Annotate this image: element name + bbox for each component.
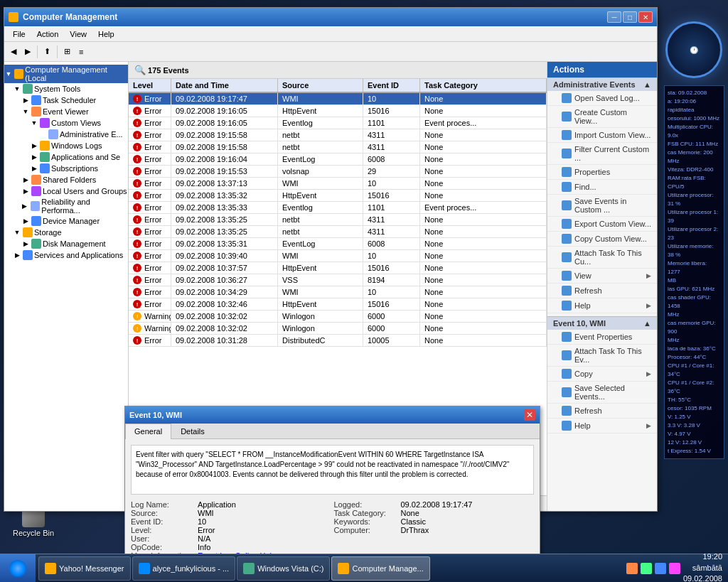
tree-item-15[interactable]: ▶Services and Applications	[4, 249, 128, 261]
tab-details[interactable]: Details	[171, 424, 214, 438]
menu-file[interactable]: File	[7, 28, 31, 40]
show-hide-button[interactable]: ⊞	[60, 44, 74, 60]
tree-label-1: System Tools	[34, 85, 80, 93]
tree-item-14[interactable]: ▶Disk Management	[4, 238, 128, 249]
tree-item-10[interactable]: ▶Local Users and Groups	[4, 185, 128, 197]
action-item-s1-1[interactable]: Create Custom View...	[547, 106, 657, 128]
table-row[interactable]: !Error09.02.2008 10:32:46HttpEvent15016N…	[129, 298, 547, 311]
action-item-s1-5[interactable]: Find...	[547, 180, 657, 195]
action-item-s1-6[interactable]: Save Events in Custom ...	[547, 195, 657, 217]
table-row[interactable]: !Error09.02.2008 19:16:05Eventlog1101Eve…	[129, 117, 547, 129]
table-row[interactable]: !Error09.02.2008 13:35:32HttpEvent15016N…	[129, 190, 547, 202]
action-arrow-s2-2: ▶	[646, 370, 651, 377]
action-item-s1-0[interactable]: Open Saved Log...	[547, 91, 657, 106]
tree-item-8[interactable]: ▶Subscriptions	[4, 163, 128, 174]
tree-item-13[interactable]: ▼Storage	[4, 227, 128, 238]
action-item-s1-8[interactable]: Copy Custom View...	[547, 232, 657, 247]
table-row[interactable]: !Error09.02.2008 10:37:57HttpEvent15016N…	[129, 262, 547, 274]
table-row[interactable]: !Error09.02.2008 19:16:04EventLog6008Non…	[129, 153, 547, 166]
tree-item-4[interactable]: ▼Custom Views	[4, 117, 128, 129]
actions-section-admin[interactable]: Administrative Events ▲	[547, 77, 657, 91]
tree-item-6[interactable]: ▶Windows Logs	[4, 140, 128, 151]
tree-item-11[interactable]: ▶Reliability and Performa...	[4, 197, 128, 215]
action-item-s1-12[interactable]: Help▶	[547, 298, 657, 313]
tree-item-12[interactable]: ▶Device Manager	[4, 215, 128, 227]
table-row[interactable]: !Error09.02.2008 13:35:25netbt4311None	[129, 214, 547, 226]
close-button[interactable]: ✕	[638, 11, 653, 23]
table-row[interactable]: !Error09.02.2008 19:15:58netbt4311None	[129, 141, 547, 153]
taskbar-item-icon-0	[45, 563, 56, 574]
start-button[interactable]	[0, 554, 36, 583]
table-row[interactable]: !Error09.02.2008 10:34:29WMI10None	[129, 286, 547, 298]
cell-source-12: EventLog	[278, 238, 363, 249]
action-item-s2-3[interactable]: Save Selected Events...	[547, 382, 657, 404]
taskbar-item-0[interactable]: Yahoo! Messenger	[38, 556, 131, 581]
table-row[interactable]: !Error09.02.2008 13:35:25netbt4311None	[129, 226, 547, 238]
error-icon-2: !	[133, 119, 141, 127]
properties-button[interactable]: ≡	[75, 44, 87, 60]
table-row[interactable]: !Error09.02.2008 10:31:28DistributedC100…	[129, 335, 547, 347]
clock-face: 🕐	[665, 21, 722, 78]
cell-level-10: !Error	[129, 214, 171, 225]
tree-item-7[interactable]: ▶Applications and Se	[4, 151, 128, 163]
action-item-s1-2[interactable]: Import Custom View...	[547, 128, 657, 143]
maximize-button[interactable]: □	[623, 11, 637, 23]
col-level[interactable]: Level	[129, 79, 171, 92]
table-row[interactable]: !Error09.02.2008 13:35:33Eventlog1101Eve…	[129, 202, 547, 214]
actions-panel: Actions Administrative Events ▲ Open Sav…	[547, 62, 657, 511]
action-item-s2-5[interactable]: Help▶	[547, 419, 657, 433]
col-category[interactable]: Task Category	[420, 79, 547, 92]
tree-item-9[interactable]: ▶Shared Folders	[4, 174, 128, 185]
forward-button[interactable]: ▶	[21, 44, 34, 60]
action-item-s2-0[interactable]: Event Properties	[547, 330, 657, 345]
taskbar-item-2[interactable]: Windows Vista (C:)	[237, 556, 330, 581]
tree-arrow-2: ▶	[21, 97, 30, 104]
cell-category-11: None	[420, 226, 547, 237]
action-item-s1-4[interactable]: Properties	[547, 165, 657, 180]
action-item-s1-9[interactable]: Attach Task To This Cu...	[547, 247, 657, 269]
detail-logged: Logged: 09.02.2008 19:17:47	[334, 500, 535, 509]
table-row[interactable]: !Error09.02.2008 10:36:27VSS8194None	[129, 274, 547, 286]
tree-item-3[interactable]: ▼Event Viewer	[4, 106, 128, 117]
table-row[interactable]: !Error09.02.2008 13:35:31EventLog6008Non…	[129, 238, 547, 250]
tree-item-1[interactable]: ▼System Tools	[4, 83, 128, 95]
action-item-s1-3[interactable]: Filter Current Custom ...	[547, 143, 657, 165]
table-row[interactable]: !Warning09.02.2008 10:32:02Winlogon6000N…	[129, 311, 547, 323]
action-item-s2-1[interactable]: Attach Task To This Ev...	[547, 345, 657, 367]
table-row[interactable]: !Warning09.02.2008 10:32:02Winlogon6000N…	[129, 323, 547, 335]
table-row[interactable]: !Error09.02.2008 10:39:40WMI10None	[129, 250, 547, 262]
tree-item-2[interactable]: ▶Task Scheduler	[4, 95, 128, 106]
menu-action[interactable]: Action	[31, 28, 65, 40]
table-row[interactable]: !Error09.02.2008 19:16:05HttpEvent15016N…	[129, 105, 547, 117]
up-button[interactable]: ⬆	[41, 44, 54, 60]
action-item-s1-10[interactable]: View▶	[547, 269, 657, 284]
menu-help[interactable]: Help	[92, 28, 120, 40]
cell-id-15: 8194	[363, 274, 420, 286]
minimize-button[interactable]: ─	[607, 11, 621, 23]
taskbar-item-3[interactable]: Computer Manage...	[331, 556, 429, 581]
tree-label-7: Applications and Se	[51, 153, 120, 161]
table-row[interactable]: !Error09.02.2008 19:15:58netbt4311None	[129, 129, 547, 141]
cell-datetime-15: 09.02.2008 10:36:27	[171, 274, 278, 286]
taskbar-items: Yahoo! Messengeralyce_funkylicious - ...…	[36, 555, 621, 582]
action-item-s2-2[interactable]: Copy▶	[547, 367, 657, 382]
table-row[interactable]: !Error09.02.2008 13:37:13WMI10None	[129, 178, 547, 190]
dialog-close-button[interactable]: ✕	[524, 409, 535, 421]
taskbar-item-1[interactable]: alyce_funkylicious - ...	[132, 556, 236, 581]
tree-item-5[interactable]: Administrative E...	[4, 129, 128, 140]
back-button[interactable]: ◀	[7, 44, 20, 60]
actions-section-event[interactable]: Event 10, WMI ▲	[547, 316, 657, 330]
menu-view[interactable]: View	[64, 28, 92, 40]
cell-id-9: 1101	[363, 202, 420, 213]
action-item-s1-11[interactable]: Refresh	[547, 284, 657, 298]
action-item-s2-4[interactable]: Refresh	[547, 404, 657, 419]
tree-item-0[interactable]: ▼Computer Management (Local	[4, 65, 128, 83]
col-datetime[interactable]: Date and Time	[171, 79, 278, 92]
tab-general[interactable]: General	[125, 424, 171, 439]
taskbar-clock: 19:20 sâmbătă 09.02.2008	[683, 551, 722, 582]
table-row[interactable]: !Error09.02.2008 19:15:53volsnap29None	[129, 166, 547, 178]
action-item-s1-7[interactable]: Export Custom View...	[547, 217, 657, 232]
col-eventid[interactable]: Event ID	[363, 79, 420, 92]
col-source[interactable]: Source	[278, 79, 363, 92]
table-row[interactable]: !Error09.02.2008 19:17:47WMI10None	[129, 93, 547, 105]
